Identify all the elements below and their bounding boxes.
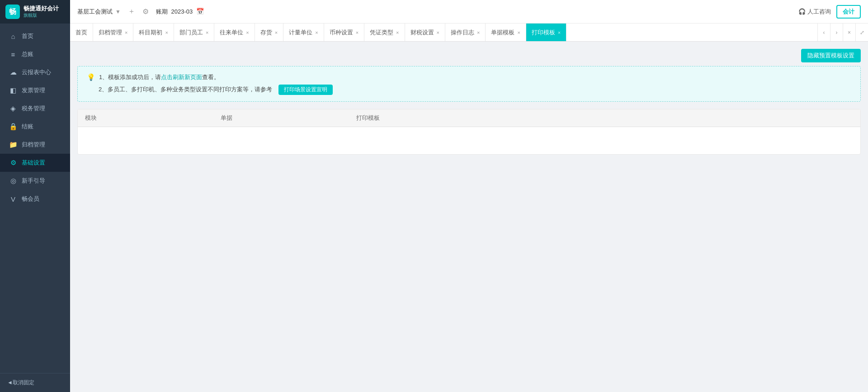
tab-next-button[interactable]: › xyxy=(830,24,843,42)
bulb-icon: 💡 xyxy=(87,73,95,81)
tabbar: 首页 归档管理 × 科目期初 × 部门员工 × 往来单位 × 存货 × 计量单位… xyxy=(70,24,868,42)
sidebar-item-label: 基础设置 xyxy=(22,159,45,167)
service-button[interactable]: 🎧 人工咨询 xyxy=(798,8,831,16)
guide-icon: ◎ xyxy=(9,177,17,185)
settings-icon: ⚙ xyxy=(9,159,17,167)
tab-close-icon[interactable]: × xyxy=(558,30,561,35)
sidebar-item-label: 税务管理 xyxy=(22,104,45,113)
sidebar-item-ledger[interactable]: ≡ 总账 xyxy=(0,45,70,63)
period-value: 2023-03 xyxy=(171,8,193,15)
sidebar-item-guide[interactable]: ◎ 新手引导 xyxy=(0,172,70,190)
logo-area: 畅 畅捷通好会计 旗舰版 xyxy=(0,0,70,24)
tab-inventory[interactable]: 存货 × xyxy=(255,24,283,41)
tab-label: 计量单位 xyxy=(289,28,312,37)
logo-subtitle: 旗舰版 xyxy=(24,12,59,19)
tab-operation-log[interactable]: 操作日志 × xyxy=(445,24,486,41)
tab-close-icon[interactable]: × xyxy=(246,30,249,35)
refresh-link[interactable]: 点击刷新新页面 xyxy=(161,74,202,80)
account-button[interactable]: 会计 xyxy=(836,5,861,19)
tab-doc-template[interactable]: 单据模板 × xyxy=(486,24,526,41)
tab-label: 归档管理 xyxy=(99,28,122,37)
lock-icon: 🔒 xyxy=(9,123,17,131)
ledger-icon: ≡ xyxy=(9,50,17,58)
sidebar-item-label: 发票管理 xyxy=(22,86,45,94)
sidebar-item-invoice[interactable]: ◧ 发票管理 xyxy=(0,81,70,99)
tab-voucher-type[interactable]: 凭证类型 × xyxy=(364,24,405,41)
tab-print-template[interactable]: 打印模板 × xyxy=(526,24,566,41)
service-label: 人工咨询 xyxy=(807,8,831,16)
sidebar-item-member[interactable]: V 畅会员 xyxy=(0,190,70,208)
tab-subject-init[interactable]: 科目期初 × xyxy=(133,24,174,41)
data-table: 模块 单据 打印模板 xyxy=(77,109,861,155)
notice-line-1: 💡 1、模板添加成功后，请点击刷新新页面查看。 xyxy=(87,73,851,82)
table-header: 模块 单据 打印模板 xyxy=(78,109,860,127)
sidebar-item-label: 首页 xyxy=(22,32,33,40)
tab-close-icon[interactable]: × xyxy=(396,30,399,35)
tab-unit[interactable]: 计量单位 × xyxy=(283,24,324,41)
tab-counterparty[interactable]: 往来单位 × xyxy=(214,24,255,41)
sidebar-nav: ⌂ 首页 ≡ 总账 ☁ 云报表中心 ◧ 发票管理 ◈ 税务管理 🔒 结账 📁 归… xyxy=(0,24,70,373)
company-label: 基层工会测试 xyxy=(77,8,113,16)
notice-text-2: 2、多员工、多打印机、多种业务类型设置不同打印方案等，请参考 xyxy=(99,85,272,94)
tab-close-icon[interactable]: × xyxy=(315,30,318,35)
member-icon: V xyxy=(9,195,17,203)
cloud-icon: ☁ xyxy=(9,68,17,76)
content-area: 隐藏预置模板设置 💡 1、模板添加成功后，请点击刷新新页面查看。 2、多员工、多… xyxy=(70,42,868,392)
period-info: 账期 2023-03 📅 xyxy=(156,8,204,16)
sidebar-item-label: 总账 xyxy=(22,50,33,58)
invoice-icon: ◧ xyxy=(9,86,17,94)
tab-close-icon[interactable]: × xyxy=(517,30,520,35)
main-area: 基层工会测试 ▼ ＋ ⚙ 账期 2023-03 📅 🎧 人工咨询 会计 首页 归… xyxy=(70,0,868,392)
tab-close-icon[interactable]: × xyxy=(275,30,278,35)
dropdown-icon[interactable]: ▼ xyxy=(115,9,121,15)
sidebar-item-label: 归档管理 xyxy=(22,141,45,149)
col-module-header: 模块 xyxy=(78,109,213,127)
tab-label: 部门员工 xyxy=(179,28,203,37)
calendar-icon[interactable]: 📅 xyxy=(196,8,204,15)
tab-archive[interactable]: 归档管理 × xyxy=(93,24,133,41)
tab-close-icon[interactable]: × xyxy=(206,30,208,35)
tab-nav-buttons: ‹ › × ⤢ xyxy=(817,24,868,42)
tab-close-icon[interactable]: × xyxy=(477,30,480,35)
topbar-actions: ＋ ⚙ xyxy=(126,6,151,17)
col-template-header: 打印模板 xyxy=(349,109,860,127)
gear-icon[interactable]: ⚙ xyxy=(141,6,151,17)
tab-currency[interactable]: 币种设置 × xyxy=(324,24,364,41)
tab-label: 币种设置 xyxy=(330,28,353,37)
tab-label: 单据模板 xyxy=(491,28,514,37)
period-label: 账期 xyxy=(156,8,168,15)
sidebar-item-label: 畅会员 xyxy=(22,195,39,203)
tab-close-icon[interactable]: × xyxy=(125,30,127,35)
print-scene-button[interactable]: 打印场景设置宣明 xyxy=(278,85,333,95)
tab-label: 凭证类型 xyxy=(370,28,393,37)
tab-close-icon[interactable]: × xyxy=(165,30,168,35)
tab-tax-settings[interactable]: 财税设置 × xyxy=(405,24,445,41)
sidebar-item-basic[interactable]: ⚙ 基础设置 xyxy=(0,154,70,172)
sidebar-item-home[interactable]: ⌂ 首页 xyxy=(0,27,70,45)
tab-close-all-button[interactable]: × xyxy=(843,24,855,42)
tab-label: 操作日志 xyxy=(451,28,474,37)
table-body xyxy=(78,127,860,154)
tab-expand-button[interactable]: ⤢ xyxy=(855,24,868,42)
archive-icon: 📁 xyxy=(9,141,17,149)
sidebar-item-tax[interactable]: ◈ 税务管理 xyxy=(0,99,70,118)
home-icon: ⌂ xyxy=(9,32,17,40)
sidebar-item-label: 云报表中心 xyxy=(22,68,51,76)
tab-close-icon[interactable]: × xyxy=(437,30,439,35)
tab-home[interactable]: 首页 xyxy=(70,24,93,41)
unpin-button[interactable]: ◄取消固定 xyxy=(0,373,70,392)
sidebar-item-close[interactable]: 🔒 结账 xyxy=(0,118,70,136)
tab-home-label: 首页 xyxy=(75,28,87,37)
add-icon[interactable]: ＋ xyxy=(126,6,137,17)
company-name[interactable]: 基层工会测试 ▼ xyxy=(77,8,121,16)
tab-label: 存货 xyxy=(260,28,272,37)
hide-template-button[interactable]: 隐藏预置模板设置 xyxy=(801,49,861,62)
tax-icon: ◈ xyxy=(9,104,17,113)
tab-label: 打印模板 xyxy=(532,28,555,37)
tab-dept-staff[interactable]: 部门员工 × xyxy=(174,24,214,41)
sidebar-item-reports[interactable]: ☁ 云报表中心 xyxy=(0,63,70,81)
sidebar-item-archive[interactable]: 📁 归档管理 xyxy=(0,136,70,154)
tab-close-icon[interactable]: × xyxy=(356,30,359,35)
sidebar-item-label: 结账 xyxy=(22,123,33,131)
tab-prev-button[interactable]: ‹ xyxy=(817,24,830,42)
